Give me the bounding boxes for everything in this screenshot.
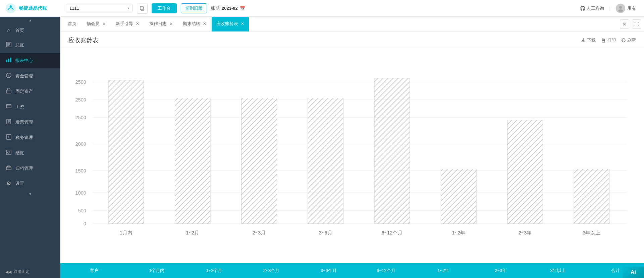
- sidebar-item-label: 首页: [15, 27, 24, 33]
- chevron-down-icon: ▾: [127, 6, 129, 10]
- print-button[interactable]: 打印: [601, 37, 616, 43]
- svg-point-1: [10, 5, 12, 7]
- tab-home[interactable]: 首页: [63, 17, 81, 31]
- expand-tab-button[interactable]: ⛶: [632, 19, 641, 29]
- refresh-button[interactable]: 刷新: [621, 37, 636, 43]
- svg-text:2500: 2500: [75, 79, 86, 85]
- sidebar-item-label: 固定资产: [15, 88, 33, 94]
- close-tab-button[interactable]: ✕: [620, 19, 629, 29]
- sidebar-item-label: 结账: [15, 150, 24, 156]
- svg-rect-12: [10, 58, 11, 62]
- sidebar-item-label: 报表中心: [15, 58, 33, 64]
- logo-text: 畅捷通易代账: [19, 5, 47, 11]
- svg-text:6~12个月: 6~12个月: [382, 230, 403, 235]
- tab-member-close[interactable]: ✕: [102, 21, 106, 26]
- sidebar-item-invoice[interactable]: 发票管理: [0, 115, 60, 130]
- svg-text:0: 0: [84, 221, 86, 226]
- bar-3-plus-year: [574, 169, 609, 224]
- copy-button[interactable]: [137, 3, 148, 14]
- sidebar-item-archive[interactable]: 归档管理: [0, 161, 60, 176]
- sidebar-scroll-down[interactable]: ▼: [0, 191, 60, 197]
- period-area: 账期 2023-02 📅: [211, 5, 245, 11]
- divider: |: [609, 6, 610, 11]
- refresh-icon: [621, 38, 626, 43]
- unpin-button[interactable]: ◀◀ 取消固定: [0, 266, 60, 278]
- assets-icon: [5, 88, 12, 95]
- user-name: 用友: [627, 5, 636, 11]
- avatar: [616, 4, 625, 13]
- svg-text:2~3年: 2~3年: [519, 230, 532, 235]
- tab-period-end[interactable]: 期末结转 ✕: [178, 17, 211, 31]
- tab-guide-label: 新手引导: [116, 21, 133, 27]
- svg-rect-29: [602, 41, 605, 42]
- sidebar-item-checkout[interactable]: 结账: [0, 145, 60, 161]
- bar-2-3-month: [241, 98, 277, 224]
- sidebar-item-label: 税务管理: [15, 135, 33, 141]
- company-selector[interactable]: 1111 ▾: [66, 4, 133, 12]
- sidebar-item-payroll[interactable]: 工资: [0, 99, 60, 115]
- col-3plus-year: 3年以上: [529, 268, 587, 274]
- print-label: 打印: [607, 37, 616, 43]
- checkout-icon: [5, 149, 12, 157]
- tab-ar-age[interactable]: 应收账龄表 ✕: [212, 17, 249, 31]
- sidebar: ▲ ⌂ 首页 总账 报表中心 ¥ 资金管理 固定资产: [0, 17, 60, 278]
- page-header: 应收账龄表 下载 打印 刷新: [60, 31, 644, 48]
- fund-icon: ¥: [5, 72, 12, 80]
- download-label: 下载: [587, 37, 596, 43]
- svg-text:500: 500: [78, 208, 86, 213]
- payroll-icon: [5, 103, 12, 111]
- svg-text:¥: ¥: [7, 74, 9, 77]
- switch-version-button[interactable]: 切到旧版: [181, 3, 207, 13]
- svg-rect-3: [140, 6, 143, 10]
- sidebar-scroll-up[interactable]: ▲: [0, 17, 60, 23]
- home-icon: ⌂: [5, 27, 12, 33]
- tab-home-label: 首页: [68, 21, 76, 27]
- col-customer: 客户: [60, 268, 128, 274]
- tab-period-end-label: 期末结转: [183, 21, 200, 27]
- refresh-label: 刷新: [627, 37, 636, 43]
- svg-text:1~2月: 1~2月: [186, 230, 199, 235]
- tab-oplog-close[interactable]: ✕: [169, 21, 173, 26]
- user-icon: [617, 5, 624, 12]
- sidebar-item-assets[interactable]: 固定资产: [0, 84, 60, 99]
- sidebar-item-home[interactable]: ⌂ 首页: [0, 23, 60, 38]
- tab-member[interactable]: 畅会员 ✕: [82, 17, 110, 31]
- svg-text:2000: 2000: [75, 141, 86, 147]
- report-icon: [5, 57, 12, 64]
- tab-guide[interactable]: 新手引导 ✕: [111, 17, 144, 31]
- svg-rect-25: [6, 150, 11, 155]
- svg-rect-10: [6, 60, 7, 62]
- col-1-2year: 1~2年: [415, 268, 472, 274]
- tab-guide-close[interactable]: ✕: [136, 21, 139, 26]
- calendar-icon[interactable]: 📅: [240, 6, 245, 11]
- tab-oplog[interactable]: 操作日志 ✕: [145, 17, 177, 31]
- tab-bar: 首页 畅会员 ✕ 新手引导 ✕ 操作日志 ✕ 期末结转 ✕ 应收账龄表 ✕: [60, 17, 644, 31]
- invoice-icon: [5, 119, 12, 126]
- sidebar-item-ledger[interactable]: 总账: [0, 38, 60, 53]
- consult-label: 人工咨询: [587, 5, 604, 11]
- sidebar-item-tax[interactable]: 税务管理: [0, 130, 60, 145]
- user-area[interactable]: 用友: [616, 4, 636, 13]
- ai-badge[interactable]: Ai: [623, 267, 644, 278]
- sidebar-item-report[interactable]: 报表中心: [0, 53, 60, 68]
- table-header-row: 客户 1个月内 1~2个月 2~3个月 3~6个月 6~12个月 1~2年 2~…: [60, 263, 644, 278]
- svg-rect-27: [7, 166, 10, 167]
- col-6-12month: 6~12个月: [358, 268, 415, 274]
- unpin-icon: ◀◀: [5, 270, 11, 274]
- header: 畅捷通易代账 1111 ▾ 工作台 切到旧版 账期 2023-02 📅 🎧 人工…: [0, 0, 644, 17]
- tab-oplog-label: 操作日志: [149, 21, 167, 27]
- workbench-button[interactable]: 工作台: [152, 3, 177, 13]
- tab-ar-age-close[interactable]: ✕: [241, 21, 244, 26]
- svg-text:3年以上: 3年以上: [583, 230, 600, 235]
- svg-text:3~6月: 3~6月: [319, 230, 332, 235]
- consult-button[interactable]: 🎧 人工咨询: [580, 5, 604, 11]
- svg-point-4: [619, 6, 622, 9]
- download-button[interactable]: 下载: [581, 37, 596, 43]
- logo-area: 畅捷通易代账: [5, 3, 66, 14]
- tab-period-end-close[interactable]: ✕: [203, 21, 206, 26]
- svg-text:2500: 2500: [75, 97, 86, 102]
- tab-end-buttons: ✕ ⛶: [620, 19, 641, 29]
- headset-icon: 🎧: [580, 6, 585, 11]
- sidebar-item-settings[interactable]: ⚙ 设置: [0, 176, 60, 191]
- sidebar-item-fund[interactable]: ¥ 资金管理: [0, 68, 60, 84]
